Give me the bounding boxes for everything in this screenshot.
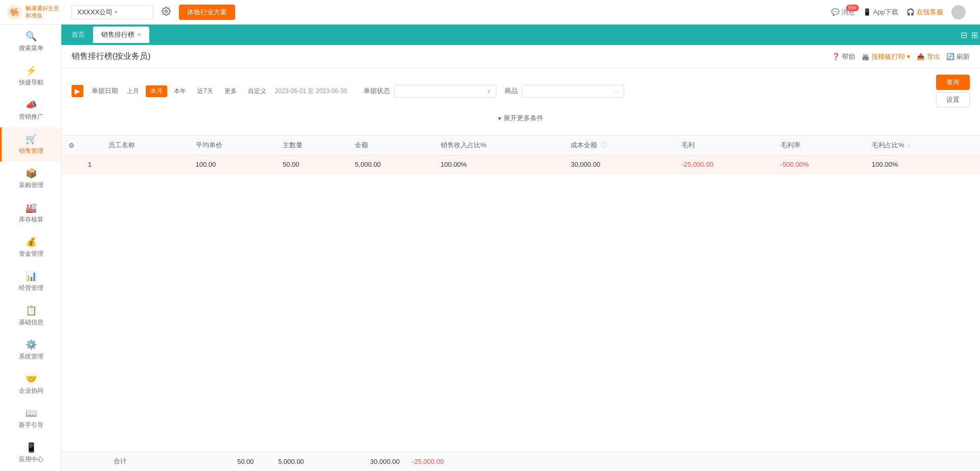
settings-button[interactable]: 设置 — [936, 92, 970, 107]
print-button[interactable]: 🖨️ 按模板打印 ▾ — [861, 52, 910, 61]
app-download-button[interactable]: 📱 App下载 — [863, 8, 898, 17]
table-container: ⚙ 员工名称 平均单价 主数量 — [61, 136, 980, 451]
sidebar-item-purchase[interactable]: 📦 采购管理 — [0, 162, 61, 196]
sidebar-item-system[interactable]: ⚙️ 系统管理 — [0, 333, 61, 367]
sidebar-item-basic-info[interactable]: 📋 基础信息 — [0, 299, 61, 333]
col-employee[interactable]: 员工名称 — [102, 136, 190, 155]
sidebar-item-search-orders[interactable]: 🔍 搜索菜单 — [0, 25, 61, 59]
cell-employee — [102, 155, 190, 174]
footer-gross: -25,000.00 — [406, 458, 450, 465]
handshake-icon: 🤝 — [26, 373, 37, 385]
sidebar-item-finance[interactable]: 💰 资金管理 — [0, 230, 61, 264]
trial-button[interactable]: 体验行业方案 — [179, 5, 235, 20]
col-gross-rate[interactable]: 毛利率 — [774, 136, 866, 155]
goods-select[interactable]: ··· — [522, 85, 624, 98]
box-icon: 📦 — [26, 168, 37, 179]
cell-icon — [61, 155, 82, 174]
sidebar-item-operations[interactable]: 📊 经营管理 — [0, 264, 61, 299]
lightning-icon: ⚡ — [26, 65, 37, 76]
header-actions: ❓ 帮助 🖨️ 按模板打印 ▾ 📤 导出 � — [832, 52, 970, 61]
online-service-button[interactable]: 🎧 在线客服 — [906, 8, 943, 17]
phone-icon: 📱 — [26, 442, 37, 453]
company-name: XXXXX公司 — [77, 8, 112, 17]
top-right-area: 💬 消息 99+ 📱 App下载 🎧 在线客服 — [831, 5, 974, 19]
col-amount[interactable]: 全额 — [349, 136, 434, 155]
footer-sales-pct-spacer — [313, 458, 364, 465]
clipboard-icon: 📋 — [26, 305, 37, 316]
tab-minimize-icon[interactable]: ⊟ — [961, 30, 967, 40]
svg-point-2 — [165, 10, 168, 13]
col-gross[interactable]: 毛利 — [675, 136, 774, 155]
cell-amount: 5,000.00 — [349, 155, 434, 174]
export-button[interactable]: 📤 导出 — [917, 52, 940, 61]
date-filter-label: 单据日期 — [92, 86, 118, 96]
col-cost[interactable]: 成本全额 ⓘ — [564, 136, 675, 155]
status-filter-label: 单据状态 — [363, 86, 390, 96]
action-buttons: 查询 设置 — [936, 75, 970, 107]
settings-icon-btn[interactable] — [157, 5, 175, 19]
tab-sales-ranking[interactable]: 销售排行榜 × — [93, 27, 149, 43]
col-main-qty[interactable]: 主数量 — [277, 136, 349, 155]
sidebar-item-quick-nav[interactable]: ⚡ 快捷导航 — [0, 59, 61, 93]
date-btn-this-year[interactable]: 本年 — [169, 85, 191, 97]
print-icon: 🖨️ — [861, 53, 870, 60]
cart-icon: 🛒 — [26, 133, 37, 145]
col-sales-pct[interactable]: 销售收入占比% — [435, 136, 565, 155]
sidebar-item-marketing[interactable]: 📣 营销推广 — [0, 93, 61, 127]
megaphone-icon: 📣 — [26, 99, 37, 110]
filter-area: ▶ 单据日期 上月 本月 本年 近7天 更多 自定义 — [61, 69, 980, 136]
filter-row: ▶ 单据日期 上月 本月 本年 近7天 更多 自定义 — [72, 75, 970, 107]
col-settings[interactable]: ⚙ — [61, 136, 82, 155]
date-btn-more[interactable]: 更多 — [220, 85, 241, 97]
refresh-button[interactable]: 🔄 刷新 — [946, 52, 970, 61]
sidebar-item-app-center[interactable]: 📱 应用中心 — [0, 436, 61, 470]
sidebar-item-sales[interactable]: 🛒 销售管理 — [0, 127, 61, 162]
date-btn-custom[interactable]: 自定义 — [243, 85, 271, 97]
cell-gross-pct: 100.00% — [865, 155, 980, 174]
cell-sales-pct: 100.00% — [435, 155, 565, 174]
tab-maximize-icon[interactable]: ⊞ — [971, 30, 978, 40]
cell-rank: 1 — [82, 155, 102, 174]
cell-gross-rate: -500.00% — [774, 155, 866, 174]
message-icon: 💬 — [831, 8, 839, 16]
expand-conditions-button[interactable]: ▾ 展开更多条件 — [498, 114, 543, 123]
headset-icon: 🎧 — [906, 8, 915, 16]
query-button[interactable]: 查询 — [936, 75, 970, 90]
date-btn-this-month[interactable]: 本月 — [146, 85, 167, 97]
tab-close-icon[interactable]: × — [138, 31, 141, 38]
date-btn-last7days[interactable]: 近7天 — [193, 85, 218, 97]
avatar[interactable] — [951, 5, 966, 19]
notification-button[interactable]: 💬 消息 99+ — [831, 8, 855, 17]
table-row: 1 100.00 50.00 5,000.00 100.00% 30,000.0… — [61, 155, 980, 174]
expand-section: ▾ 展开更多条件 — [72, 107, 970, 129]
col-gross-pct[interactable]: 毛利占比% ↕ — [865, 136, 980, 155]
sidebar-item-enterprise-collab[interactable]: 🤝 企业协同 — [0, 367, 61, 401]
export-icon: 📤 — [917, 53, 925, 60]
col-avg-price[interactable]: 平均单价 — [190, 136, 277, 155]
sidebar-item-inventory[interactable]: 🏭 库存核算 — [0, 196, 61, 230]
footer-main-qty: 50.00 — [231, 458, 272, 465]
sidebar-item-beginner-guide[interactable]: 📖 新手引导 — [0, 401, 61, 436]
gross-pct-sort-icon[interactable]: ↕ — [907, 141, 910, 149]
help-button[interactable]: ❓ 帮助 — [832, 52, 855, 61]
date-btn-last-month[interactable]: 上月 — [122, 85, 144, 97]
footer-cell-spacer — [129, 458, 231, 465]
status-filter-item: 单据状态 ▾ — [363, 85, 496, 98]
status-dropdown-icon: ▾ — [487, 87, 491, 95]
search-icon: 🔍 — [26, 31, 37, 42]
company-selector[interactable]: XXXXX公司 ▾ — [72, 5, 153, 19]
cell-main-qty: 50.00 — [277, 155, 349, 174]
tab-active-label: 销售排行榜 — [101, 30, 134, 39]
status-select[interactable]: ▾ — [394, 85, 496, 98]
content-area: 首页 销售排行榜 × ⊟ ⊞ 销售排行榜(按业务员) — [61, 25, 980, 471]
chart-icon: 📊 — [26, 271, 37, 282]
date-filter-options: 上月 本月 本年 近7天 更多 自定义 — [122, 85, 271, 97]
tab-home[interactable]: 首页 — [63, 27, 93, 43]
cost-info-icon[interactable]: ⓘ — [601, 141, 608, 149]
tab-bar: 首页 销售排行榜 × ⊟ ⊞ — [61, 25, 980, 45]
filter-collapse-btn[interactable]: ▶ — [72, 85, 83, 97]
warehouse-icon: 🏭 — [26, 202, 37, 213]
cell-cost: 30,000.00 — [564, 155, 675, 174]
sidebar: 🔍 搜索菜单 ⚡ 快捷导航 📣 营销推广 🛒 销售管理 📦 采购管理 🏭 — [0, 25, 61, 471]
col-settings-icon: ⚙ — [69, 142, 75, 149]
